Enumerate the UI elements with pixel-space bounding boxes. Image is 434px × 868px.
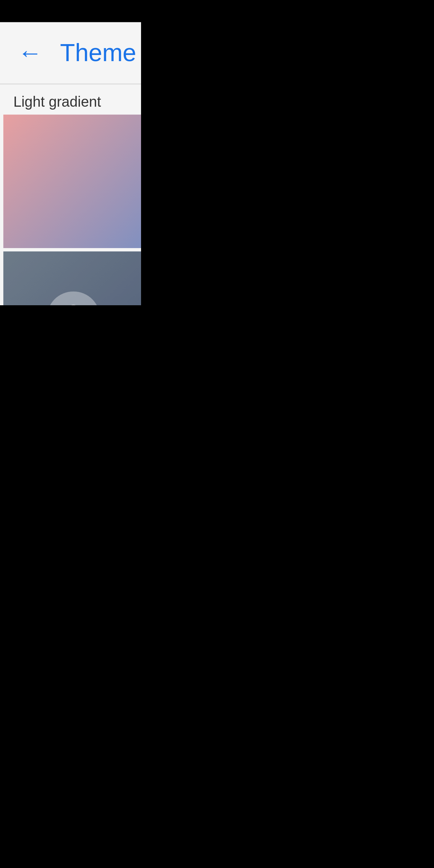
theme-item-1[interactable] xyxy=(3,115,141,248)
top-status-bar xyxy=(0,0,141,22)
back-button[interactable]: ← xyxy=(18,38,42,67)
app-bar: ← Theme xyxy=(0,22,141,85)
theme-grid xyxy=(0,115,141,305)
page-title: Theme xyxy=(60,38,136,67)
theme-item-4[interactable] xyxy=(3,251,141,305)
section-label: Light gradient xyxy=(0,85,141,115)
